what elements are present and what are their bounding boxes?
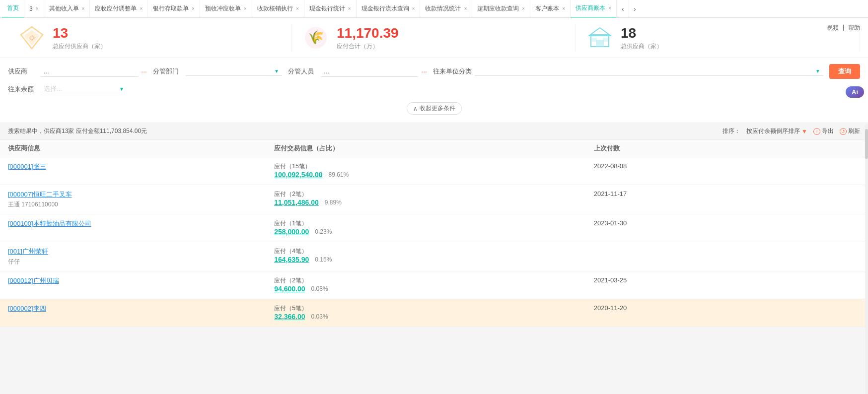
close-icon[interactable]: × <box>140 6 143 11</box>
nav-tab-bank-deposit[interactable]: 银行存取款单 × <box>148 0 200 18</box>
stat-info-ap-suppliers: 13 总应付供应商（家） <box>53 25 106 51</box>
close-icon[interactable]: × <box>562 6 565 11</box>
lastpay-6: 2020-11-20 <box>594 304 754 312</box>
total-suppliers-count: 18 <box>621 25 662 42</box>
transaction-info-6: 应付（5笔） 32,366.00 0.03% <box>274 304 594 321</box>
nav-next-arrow[interactable]: › <box>629 0 641 18</box>
transaction-info-3: 应付（1笔） 258,000.00 0.23% <box>274 219 594 236</box>
filter-area: 供应商 ··· 分管部门 ▼ 分管人员 ··· 往来单位分类 ▼ 查询 <box>0 58 868 123</box>
nav-tab-collect-stat[interactable]: 收款情况统计 × <box>420 0 472 18</box>
filter-row-1: 供应商 ··· 分管部门 ▼ 分管人员 ··· 往来单位分类 ▼ 查询 <box>8 64 860 79</box>
trans-amount-4[interactable]: 164,635.90 <box>274 256 309 263</box>
separator: | <box>843 24 844 32</box>
supplier-link-3[interactable]: [000100]本特勤油品有限公司 <box>8 219 274 228</box>
close-icon[interactable]: × <box>464 6 467 11</box>
dept-filter-dropdown[interactable]: ▼ <box>186 67 282 76</box>
balance-dropdown-arrow: ▼ <box>119 86 124 92</box>
supplier-info-6: [000002]李四 <box>8 304 274 313</box>
stat-block-total-suppliers: 18 总供应商（家） <box>576 24 860 52</box>
nav-tab-other-income-label: 其他收入单 <box>49 4 79 13</box>
supplier-link-2[interactable]: [000007]恒旺二手叉车 <box>8 190 274 199</box>
scrollbar[interactable] <box>865 124 868 327</box>
results-summary: 搜索结果中，供应商13家 应付金额111,703,854.00元 <box>8 127 147 135</box>
nav-tab-cash-bank-stat[interactable]: 现金银行统计 × <box>304 0 357 18</box>
nav-tab-overdue-collect-label: 超期应收款查询 <box>477 4 519 13</box>
balance-filter-dropdown[interactable]: 选择... ▼ <box>41 83 127 95</box>
lastpay-5: 2021-03-25 <box>594 276 754 284</box>
lastpay-date-6: 2020-11-20 <box>594 304 627 312</box>
sort-label: 排序： <box>723 127 740 135</box>
supplier-link-6[interactable]: [000002]李四 <box>8 304 274 313</box>
supplier-link-4[interactable]: [001]广州荣轩 <box>8 247 274 256</box>
lastpay-date-3: 2023-01-30 <box>594 219 627 227</box>
stat-info-total-suppliers: 18 总供应商（家） <box>621 25 662 51</box>
table-row: [000012]广州贝瑞 应付（2笔） 94,600.00 0.08% 2021… <box>0 271 868 299</box>
trans-label-6: 应付（5笔） <box>274 304 594 313</box>
scroll-thumb[interactable] <box>865 129 868 159</box>
trans-amount-3[interactable]: 258,000.00 <box>274 228 309 236</box>
person-filter-input[interactable] <box>321 66 418 77</box>
lastpay-3: 2023-01-30 <box>594 219 754 227</box>
close-icon[interactable]: × <box>412 6 415 11</box>
svg-rect-7 <box>596 40 604 47</box>
nav-tab-home[interactable]: 首页 <box>2 0 24 18</box>
export-button[interactable]: ↑ 导出 <box>813 127 834 135</box>
nav-tab-advance-collect[interactable]: 预收冲应收单 × <box>200 0 252 18</box>
trans-pct-1: 89.61% <box>329 171 349 178</box>
ai-button[interactable]: Ai <box>846 86 864 98</box>
trans-amount-2[interactable]: 11,051,486.00 <box>274 198 319 206</box>
close-icon[interactable]: × <box>82 6 85 11</box>
supplier-filter-input[interactable] <box>41 66 138 77</box>
sort-dropdown[interactable]: 按应付余额倒序排序 ▼ <box>746 127 807 135</box>
nav-tab-customer-account[interactable]: 客户账本 × <box>530 0 571 18</box>
nav-tab-collect-verify[interactable]: 收款核销执行 × <box>252 0 304 18</box>
close-icon[interactable]: × <box>192 6 195 11</box>
filter-person: 分管人员 ··· <box>288 66 427 77</box>
supplier-sub-4: 仔仔 <box>8 258 274 266</box>
svg-text:◇: ◇ <box>29 33 35 41</box>
total-suppliers-label: 总供应商（家） <box>621 42 662 51</box>
trans-amount-5[interactable]: 94,600.00 <box>274 285 305 293</box>
nav-tab-cash-bank-flow[interactable]: 现金银行流水查询 × <box>357 0 421 18</box>
nav-prev-arrow[interactable]: ‹ <box>617 0 629 18</box>
col-header-lastpay: 上次付数 <box>594 144 754 153</box>
collapse-filter-button[interactable]: ∧ 收起更多条件 <box>407 102 462 115</box>
supplier-link-5[interactable]: [000012]广州贝瑞 <box>8 276 274 285</box>
close-icon[interactable]: × <box>36 6 39 11</box>
stat-block-ap-total: 🌾 11,170.39 应付合计（万） <box>292 24 576 52</box>
person-dots-icon[interactable]: ··· <box>421 67 427 75</box>
supplier-info-5: [000012]广州贝瑞 <box>8 276 274 285</box>
supplier-filter-label: 供应商 <box>8 67 38 76</box>
diamond-icon: ◇ <box>18 24 46 52</box>
close-icon[interactable]: × <box>348 6 351 11</box>
trans-amount-6[interactable]: 32,366.00 <box>274 313 305 321</box>
video-link[interactable]: 视频 <box>827 24 839 32</box>
nav-tab-other-income[interactable]: 其他收入单 × <box>44 0 90 18</box>
close-icon[interactable]: × <box>608 5 611 11</box>
transaction-info-2: 应付（2笔） 11,051,486.00 9.89% <box>274 190 594 206</box>
nav-tab-cash-bank-flow-label: 现金银行流水查询 <box>362 4 409 13</box>
table-header: 供应商信息 应付交易信息（占比） 上次付数 <box>0 140 868 157</box>
refresh-button[interactable]: ↺ 刷新 <box>840 127 860 135</box>
filter-supplier: 供应商 ··· <box>8 66 147 77</box>
nav-tab-3[interactable]: 3 × <box>24 0 44 18</box>
stat-block-ap-suppliers: ◇ 13 总应付供应商（家） <box>8 24 292 52</box>
nav-tab-collect-stat-label: 收款情况统计 <box>425 4 461 13</box>
supplier-link-1[interactable]: [000001]张三 <box>8 162 274 171</box>
nav-tab-customer-account-label: 客户账本 <box>535 4 559 13</box>
nav-tab-supplier-account[interactable]: 供应商账本 × <box>571 0 617 18</box>
category-filter-dropdown[interactable]: ▼ <box>475 67 823 76</box>
close-icon[interactable]: × <box>522 6 525 11</box>
trans-amount-1[interactable]: 100,092,540.00 <box>274 171 322 179</box>
top-navigation: 首页 3 × 其他收入单 × 应收应付调整单 × 银行存取款单 × 预收冲应收单… <box>0 0 868 18</box>
lastpay-1: 2022-08-08 <box>594 162 754 170</box>
help-link[interactable]: 帮助 <box>848 24 860 32</box>
supplier-dots-icon[interactable]: ··· <box>141 67 147 75</box>
search-button[interactable]: 查询 <box>829 64 860 79</box>
lastpay-date-1: 2022-08-08 <box>594 162 627 170</box>
nav-tab-ap-adjust[interactable]: 应收应付调整单 × <box>90 0 148 18</box>
close-icon[interactable]: × <box>244 6 247 11</box>
lastpay-date-2: 2021-11-17 <box>594 190 627 197</box>
close-icon[interactable]: × <box>296 6 299 11</box>
nav-tab-overdue-collect[interactable]: 超期应收款查询 × <box>472 0 530 18</box>
